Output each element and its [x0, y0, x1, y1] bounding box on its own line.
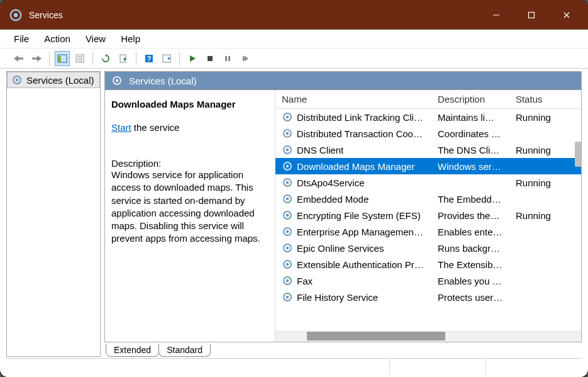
- export-button[interactable]: [116, 51, 131, 66]
- show-hide-tree-button[interactable]: [55, 51, 70, 66]
- details-panel: Downloaded Maps Manager Start the servic…: [105, 90, 275, 342]
- tree-pane[interactable]: Services (Local): [6, 71, 101, 357]
- column-name[interactable]: Name: [275, 90, 431, 108]
- pane-header-label: Services (Local): [129, 76, 197, 86]
- service-name: Distributed Transaction Coor…: [297, 128, 424, 139]
- table-row[interactable]: Distributed Transaction Coor…Coordinates…: [275, 125, 581, 142]
- scrollbar-thumb[interactable]: [307, 332, 445, 340]
- svg-point-44: [286, 198, 289, 201]
- gear-icon: [282, 291, 293, 303]
- service-status: Running: [509, 109, 560, 127]
- table-row[interactable]: Embedded ModeThe Embedd…: [275, 191, 581, 207]
- tab-standard[interactable]: Standard: [158, 344, 211, 357]
- svg-point-42: [286, 181, 289, 184]
- pane-header: Services (Local): [105, 72, 581, 90]
- filter-button[interactable]: [159, 51, 174, 66]
- gear-icon: [282, 177, 293, 188]
- service-name: Distributed Link Tracking Cli…: [297, 112, 423, 123]
- table-row[interactable]: DNS ClientThe DNS Cli…Running: [275, 142, 581, 158]
- maximize-button[interactable]: [514, 0, 549, 30]
- column-status[interactable]: Status: [509, 90, 560, 108]
- tree-item-services-local[interactable]: Services (Local): [7, 72, 100, 88]
- service-desc: Enables you …: [431, 272, 509, 290]
- service-desc: [431, 179, 509, 186]
- help-button[interactable]: ?: [141, 51, 157, 66]
- service-desc: Runs backgr…: [431, 239, 509, 257]
- restart-service-button[interactable]: [238, 51, 253, 66]
- service-status: Running: [509, 141, 560, 159]
- table-row[interactable]: File History ServiceProtects user…: [275, 289, 581, 305]
- list-body[interactable]: Distributed Link Tracking Cli…Maintains …: [275, 109, 581, 330]
- service-status: [509, 261, 560, 268]
- table-row[interactable]: Encrypting File System (EFS)Provides the…: [275, 207, 581, 223]
- svg-rect-7: [18, 57, 23, 59]
- gear-icon: [282, 275, 293, 286]
- service-desc: Provides the…: [431, 206, 509, 225]
- column-description[interactable]: Description: [431, 90, 509, 108]
- service-name: Embedded Mode: [297, 194, 369, 205]
- forward-button[interactable]: [29, 51, 44, 66]
- service-name: Encrypting File System (EFS): [297, 210, 421, 221]
- svg-rect-3: [529, 12, 535, 18]
- titlebar: Services: [0, 0, 588, 30]
- properties-button[interactable]: [72, 51, 87, 66]
- stop-service-button[interactable]: [202, 51, 218, 66]
- table-row[interactable]: Downloaded Maps ManagerWindows ser…: [275, 158, 581, 174]
- service-status: [509, 130, 560, 137]
- table-row[interactable]: Enterprise App Managemen…Enables ente…: [275, 223, 581, 240]
- gear-icon: [9, 8, 23, 22]
- minimize-button[interactable]: [479, 0, 514, 30]
- svg-marker-23: [190, 55, 196, 62]
- table-row[interactable]: Distributed Link Tracking Cli…Maintains …: [275, 109, 581, 125]
- gear-icon: [282, 160, 293, 172]
- svg-marker-8: [37, 55, 42, 62]
- tab-extended[interactable]: Extended: [106, 344, 159, 357]
- svg-rect-27: [243, 56, 245, 61]
- refresh-button[interactable]: [98, 51, 113, 66]
- service-desc: Windows ser…: [431, 157, 509, 176]
- separator: [136, 52, 136, 65]
- close-button[interactable]: [549, 0, 584, 30]
- horizontal-scrollbar[interactable]: [275, 330, 581, 342]
- toolbar: ?: [0, 48, 588, 69]
- menu-view[interactable]: View: [78, 31, 113, 47]
- pause-service-button[interactable]: [220, 51, 235, 66]
- svg-point-30: [16, 79, 19, 82]
- service-status: Running: [509, 174, 560, 192]
- menu-help[interactable]: Help: [113, 31, 148, 47]
- start-line: Start the service: [111, 122, 267, 133]
- start-link[interactable]: Start: [111, 122, 131, 133]
- tree-label: Services (Local): [26, 75, 94, 86]
- service-name: DtsApo4Service: [297, 177, 365, 188]
- statusbar: [6, 358, 582, 374]
- svg-point-46: [286, 214, 289, 217]
- back-button[interactable]: [11, 51, 26, 66]
- svg-text:?: ?: [147, 55, 152, 62]
- tabs: Extended Standard: [104, 342, 582, 357]
- table-row[interactable]: Extensible Authentication Pr…The Extensi…: [275, 256, 581, 273]
- menubar: File Action View Help: [0, 30, 588, 48]
- table-row[interactable]: Epic Online ServicesRuns backgr…: [275, 240, 581, 256]
- gear-icon: [282, 128, 293, 139]
- services-list: Name Description Status Distributed Link…: [275, 90, 581, 342]
- svg-point-56: [286, 296, 289, 299]
- gear-icon: [11, 74, 23, 86]
- gear-icon: [282, 226, 293, 237]
- svg-marker-6: [14, 55, 18, 62]
- table-row[interactable]: DtsApo4ServiceRunning: [275, 174, 581, 191]
- desc-label: Description:: [111, 158, 267, 169]
- svg-point-36: [286, 132, 289, 135]
- vertical-scrollbar-thumb[interactable]: [575, 142, 582, 167]
- svg-rect-24: [208, 56, 213, 61]
- start-service-button[interactable]: [185, 51, 200, 66]
- start-suffix: the service: [131, 122, 180, 133]
- gear-icon: [282, 193, 293, 205]
- service-status: [509, 277, 560, 284]
- menu-file[interactable]: File: [6, 31, 36, 47]
- table-row[interactable]: FaxEnables you …: [275, 273, 581, 289]
- svg-point-1: [14, 13, 18, 16]
- menu-action[interactable]: Action: [36, 31, 78, 47]
- separator: [92, 52, 93, 65]
- separator: [179, 52, 180, 65]
- service-desc: Enables ente…: [431, 223, 509, 241]
